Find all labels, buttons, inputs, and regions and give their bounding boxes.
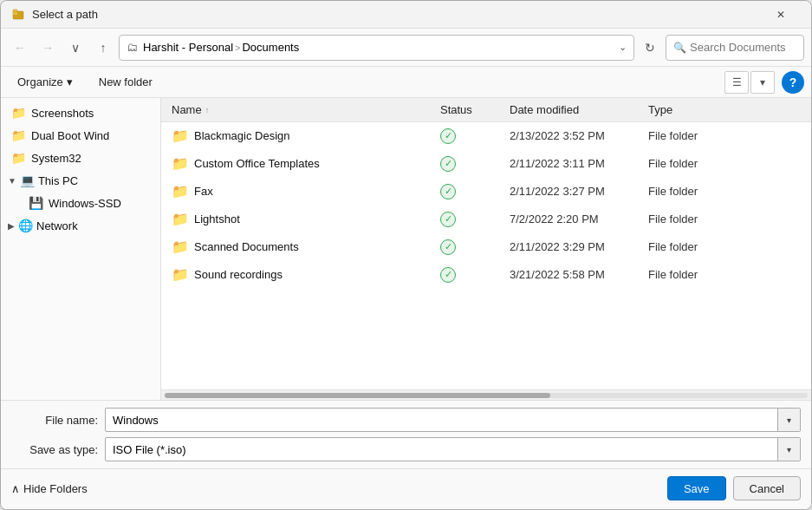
file-cell-name: 📁 Lightshot bbox=[168, 211, 437, 227]
file-name-text: Fax bbox=[194, 185, 213, 198]
content-area: 📁 Screenshots 📁 Dual Boot Wind 📁 System3… bbox=[1, 98, 811, 400]
refresh-button[interactable]: ↻ bbox=[638, 36, 662, 60]
file-name-text: Scanned Documents bbox=[194, 240, 299, 253]
table-row[interactable]: 📁 Sound recordings ✓ 3/21/2022 5:58 PM F… bbox=[161, 261, 811, 289]
file-name-text: Lightshot bbox=[194, 212, 240, 226]
table-row[interactable]: 📁 Scanned Documents ✓ 2/11/2022 3:29 PM … bbox=[161, 233, 811, 261]
filename-input-wrapper: ▾ bbox=[105, 408, 801, 432]
column-header-date[interactable]: Date modified bbox=[506, 103, 645, 116]
address-chevron-icon: ⌄ bbox=[619, 42, 627, 53]
file-cell-date: 2/11/2022 3:11 PM bbox=[506, 157, 645, 170]
hide-folders-button[interactable]: ∧ Hide Folders bbox=[11, 482, 88, 495]
file-cell-type: File folder bbox=[645, 157, 804, 170]
table-row[interactable]: 📁 Lightshot ✓ 7/2/2022 2:20 PM File fold… bbox=[161, 206, 811, 233]
help-button[interactable]: ? bbox=[782, 71, 804, 94]
breadcrumb: Harshit - Personal > Documents bbox=[143, 41, 612, 54]
sidebar-item-system32[interactable]: 📁 System32 bbox=[1, 147, 160, 169]
sidebar-group-this-pc: ▼ 💻 This PC 💾 Windows-SSD bbox=[1, 169, 160, 214]
savetype-arrow-icon: ▾ bbox=[777, 438, 800, 461]
toolbar: Organize ▾ New folder ☰ ▾ ? bbox=[1, 67, 811, 98]
footer: ∧ Hide Folders Save Cancel bbox=[1, 468, 811, 509]
new-folder-button[interactable]: New folder bbox=[89, 71, 162, 94]
table-row[interactable]: 📁 Fax ✓ 2/11/2022 3:27 PM File folder bbox=[161, 178, 811, 206]
filename-dropdown-button[interactable]: ▾ bbox=[777, 409, 800, 431]
file-cell-type: File folder bbox=[645, 212, 804, 226]
bottom-form-area: File name: ▾ Save as type: ISO File (*.i… bbox=[1, 400, 811, 468]
recent-locations-button[interactable]: ∨ bbox=[63, 36, 88, 60]
address-bar[interactable]: 🗂 Harshit - Personal > Documents ⌄ bbox=[119, 35, 634, 61]
file-rows: 📁 Blackmagic Design ✓ 2/13/2022 3:52 PM … bbox=[161, 122, 811, 389]
view-list-icon: ☰ bbox=[732, 76, 742, 88]
sidebar-item-label: Network bbox=[36, 219, 78, 232]
sort-arrow-icon: ↑ bbox=[205, 106, 210, 114]
file-cell-type: File folder bbox=[645, 240, 804, 253]
organize-chevron-icon: ▾ bbox=[67, 75, 73, 88]
sidebar-expander-this-pc[interactable]: ▼ 💻 This PC bbox=[1, 169, 160, 192]
column-header-type[interactable]: Type bbox=[645, 103, 804, 116]
column-header-name[interactable]: Name ↑ bbox=[168, 103, 437, 116]
file-list: Name ↑ Status Date modified Type 📁 Black… bbox=[161, 98, 811, 400]
view-list-button[interactable]: ☰ bbox=[724, 71, 749, 94]
view-dropdown-icon: ▾ bbox=[760, 76, 765, 88]
close-button[interactable]: ✕ bbox=[761, 1, 801, 29]
scrollbar-track bbox=[165, 393, 808, 398]
sidebar-item-label: Dual Boot Wind bbox=[31, 129, 153, 142]
folder-icon: 📁 bbox=[172, 266, 189, 283]
sidebar-item-dual-boot[interactable]: 📁 Dual Boot Wind bbox=[1, 124, 160, 147]
table-row[interactable]: 📁 Blackmagic Design ✓ 2/13/2022 3:52 PM … bbox=[161, 122, 811, 150]
folder-icon: 📁 bbox=[172, 239, 189, 255]
filename-input[interactable] bbox=[106, 409, 777, 431]
search-icon: 🔍 bbox=[673, 42, 686, 54]
file-cell-type: File folder bbox=[645, 185, 804, 198]
savetype-label: Save as type: bbox=[11, 443, 98, 456]
folder-icon: 📁 bbox=[172, 183, 189, 199]
file-name-text: Custom Office Templates bbox=[194, 157, 320, 170]
table-row[interactable]: 📁 Custom Office Templates ✓ 2/11/2022 3:… bbox=[161, 150, 811, 178]
sidebar-item-windows-ssd[interactable]: 💾 Windows-SSD bbox=[1, 192, 160, 214]
scrollbar-thumb bbox=[165, 393, 550, 398]
sidebar-item-label: Windows-SSD bbox=[49, 197, 153, 210]
expand-arrow-icon: ▶ bbox=[8, 221, 15, 231]
view-dropdown-button[interactable]: ▾ bbox=[750, 71, 775, 94]
savetype-select-wrapper: ISO File (*.iso)All Files (*.*) ▾ bbox=[105, 437, 801, 461]
address-folder-icon: 🗂 bbox=[127, 41, 138, 54]
title-bar-icon bbox=[11, 8, 25, 22]
file-cell-status: ✓ bbox=[437, 184, 506, 199]
column-type-label: Type bbox=[648, 103, 672, 116]
expand-arrow-icon: ▼ bbox=[8, 176, 16, 186]
sidebar-item-label: This PC bbox=[38, 174, 78, 187]
back-button[interactable]: ← bbox=[8, 36, 32, 60]
title-bar-title: Select a path bbox=[32, 8, 761, 21]
search-bar: 🔍 bbox=[666, 35, 804, 61]
folder-icon: 📁 bbox=[172, 211, 189, 227]
forward-button[interactable]: → bbox=[36, 36, 60, 60]
status-check-icon: ✓ bbox=[440, 239, 456, 255]
search-input[interactable] bbox=[690, 41, 796, 54]
sidebar-item-screenshots[interactable]: 📁 Screenshots bbox=[1, 101, 160, 124]
file-cell-type: File folder bbox=[645, 129, 804, 142]
nav-bar: ← → ∨ ↑ 🗂 Harshit - Personal > Documents… bbox=[1, 29, 811, 67]
sidebar-expander-network[interactable]: ▶ 🌐 Network bbox=[1, 214, 160, 237]
savetype-row: Save as type: ISO File (*.iso)All Files … bbox=[11, 437, 801, 461]
cancel-button[interactable]: Cancel bbox=[733, 476, 801, 500]
save-button[interactable]: Save bbox=[667, 476, 726, 500]
folder-icon: 📁 bbox=[172, 128, 189, 144]
sidebar: 📁 Screenshots 📁 Dual Boot Wind 📁 System3… bbox=[1, 98, 161, 400]
file-cell-name: 📁 Sound recordings bbox=[168, 266, 437, 283]
file-cell-name: 📁 Fax bbox=[168, 183, 437, 199]
horizontal-scrollbar[interactable] bbox=[161, 389, 811, 400]
drive-icon: 💾 bbox=[29, 196, 43, 210]
organize-button[interactable]: Organize ▾ bbox=[8, 71, 82, 94]
hide-folders-label: Hide Folders bbox=[23, 482, 88, 495]
up-button[interactable]: ↑ bbox=[91, 36, 115, 60]
savetype-select[interactable]: ISO File (*.iso)All Files (*.*) bbox=[106, 438, 777, 461]
dialog-window: Select a path ✕ ← → ∨ ↑ 🗂 Harshit - Pers… bbox=[0, 0, 812, 510]
file-list-header: Name ↑ Status Date modified Type bbox=[161, 98, 811, 122]
file-cell-date: 2/11/2022 3:27 PM bbox=[506, 185, 645, 198]
hide-folders-arrow-icon: ∧ bbox=[11, 482, 20, 495]
status-check-icon: ✓ bbox=[440, 184, 456, 199]
column-header-status[interactable]: Status bbox=[437, 103, 506, 116]
sidebar-group-network: ▶ 🌐 Network bbox=[1, 214, 160, 237]
file-cell-status: ✓ bbox=[437, 212, 506, 227]
column-date-label: Date modified bbox=[510, 103, 579, 116]
